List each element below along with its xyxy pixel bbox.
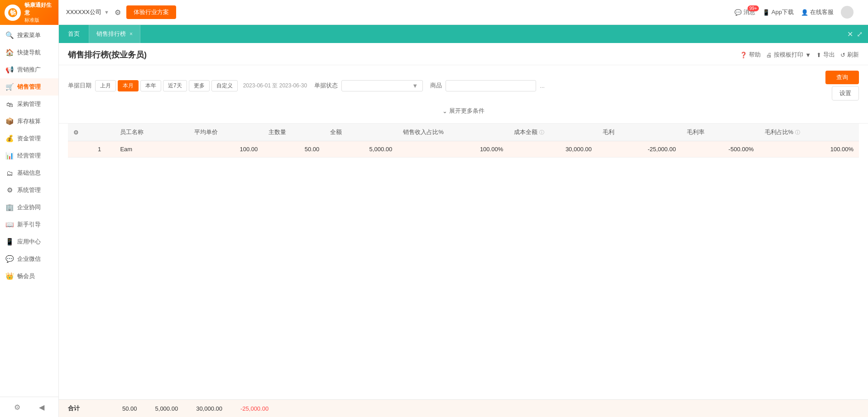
- th-gross: 毛利: [597, 124, 681, 141]
- sidebar-item-purchase[interactable]: 🛍 采购管理: [0, 96, 58, 113]
- goods-filter-group: 商品 ...: [430, 80, 545, 91]
- help-button[interactable]: ❓ 帮助: [740, 51, 761, 59]
- page-header-actions: ❓ 帮助 🖨 按模板打印 ▼ ⬆ 导出 ↺ 刷新: [740, 51, 859, 59]
- query-button[interactable]: 查询: [825, 71, 859, 84]
- member-label: 畅会员: [17, 272, 35, 280]
- sidebar-item-quick-nav[interactable]: 🏠 快捷导航: [0, 44, 58, 61]
- app-label: App下载: [772, 8, 794, 16]
- tab-close-window-icon[interactable]: ✕: [847, 30, 853, 38]
- date-btn-上月[interactable]: 上月: [95, 80, 116, 91]
- sidebar-item-sales[interactable]: 🛒 销售管理: [0, 78, 58, 96]
- app-icon: 📱: [762, 9, 770, 16]
- sidebar-item-inventory[interactable]: 📦 库存核算: [0, 113, 58, 130]
- td-rank: 1: [84, 141, 115, 158]
- sidebar-item-finance[interactable]: 💰 资金管理: [0, 130, 58, 147]
- quick-nav-label: 快捷导航: [17, 48, 41, 57]
- search-icon: 🔍: [5, 31, 14, 39]
- system-icon: ⚙: [5, 186, 14, 194]
- tab-restore-icon[interactable]: ⤢: [857, 30, 863, 38]
- logo-sub: 标准版: [24, 17, 54, 24]
- sales-label: 销售管理: [17, 83, 41, 91]
- gross-pct-info-icon: ⓘ: [795, 129, 800, 135]
- trial-button[interactable]: 体验行业方案: [126, 5, 176, 19]
- th-rank: [84, 124, 115, 141]
- avatar[interactable]: [841, 6, 854, 19]
- td-gross-rate: -500.00%: [681, 141, 759, 158]
- tab-close-icon[interactable]: ×: [129, 31, 133, 37]
- print-button[interactable]: 🖨 按模板打印 ▼: [766, 51, 811, 59]
- sidebar-item-search[interactable]: 🔍 搜索菜单: [0, 27, 58, 44]
- sidebar-item-basic[interactable]: 🗂 基础信息: [0, 164, 58, 182]
- date-btn-更多[interactable]: 更多: [189, 80, 210, 91]
- sidebar-item-enterprise[interactable]: 🏢 企业协同: [0, 199, 58, 216]
- main-area: XXXXXX公司 ▼ ⚙ 体验行业方案 💬 消息 99+ 📱 App下载 👤 在…: [59, 0, 868, 417]
- export-button[interactable]: ⬆ 导出: [816, 51, 835, 59]
- tab-home[interactable]: 首页: [59, 25, 89, 43]
- td-qty: 50.00: [263, 141, 325, 158]
- date-btn-本年[interactable]: 本年: [140, 80, 161, 91]
- help-icon: ❓: [740, 52, 747, 58]
- footer-amount: 5,000.00: [155, 405, 178, 412]
- expand-more-btn[interactable]: ⌄ 展开更多条件: [68, 104, 859, 118]
- settings-button[interactable]: 设置: [832, 86, 859, 101]
- status-select[interactable]: ▼: [341, 80, 423, 91]
- th-qty: 主数量: [263, 124, 325, 141]
- sidebar-item-member[interactable]: 👑 畅会员: [0, 268, 58, 285]
- tab-sales-ranking[interactable]: 销售排行榜 ×: [89, 25, 140, 43]
- company-selector[interactable]: XXXXXX公司 ▼: [66, 8, 109, 16]
- sidebar-menu: 🔍 搜索菜单 🏠 快捷导航 📢 营销推广 🛒 销售管理 🛍 采购管理 📦 库存核…: [0, 25, 58, 397]
- basic-label: 基础信息: [17, 169, 41, 177]
- table-header-row: ⚙ 员工名称 平均单价 主数量 全额 销售收入占比% 成本全额 ⓘ: [68, 124, 859, 141]
- date-btn-近7天[interactable]: 近7天: [163, 80, 187, 91]
- purchase-label: 采购管理: [17, 100, 41, 108]
- goods-more-btn[interactable]: ...: [540, 82, 545, 89]
- guide-icon: 📖: [5, 220, 14, 229]
- sidebar-collapse-button[interactable]: ◀: [37, 401, 46, 413]
- sidebar-item-guide[interactable]: 📖 新手引导: [0, 216, 58, 233]
- message-button[interactable]: 💬 消息 99+: [734, 8, 755, 16]
- sidebar-item-marketing[interactable]: 📢 营销推广: [0, 61, 58, 78]
- app-download-button[interactable]: 📱 App下载: [762, 8, 794, 16]
- table-row: 1 Eam 100.00 50.00 5,000.00 100.00% 30,0…: [68, 141, 859, 158]
- status-filter-group: 单据状态 ▼: [314, 80, 423, 91]
- sidebar-logo: 畅 畅康通好生意 标准版: [0, 0, 58, 25]
- sidebar-item-wechat[interactable]: 💬 企业微信: [0, 250, 58, 268]
- sidebar-item-apps[interactable]: 📱 应用中心: [0, 233, 58, 250]
- refresh-button[interactable]: ↺ 刷新: [840, 51, 859, 59]
- topbar-settings-icon[interactable]: ⚙: [115, 8, 121, 17]
- print-dropdown-arrow[interactable]: ▼: [805, 52, 811, 58]
- online-service-button[interactable]: 👤 在线客服: [801, 8, 834, 16]
- action-btns: 查询 设置: [825, 71, 859, 101]
- filter-row-1: 单据日期 上月本月本年近7天更多自定义 2023-06-01 至 2023-06…: [68, 71, 859, 101]
- sidebar-footer: ⚙ ◀: [0, 397, 58, 417]
- data-table: ⚙ 员工名称 平均单价 主数量 全额 销售收入占比% 成本全额 ⓘ: [68, 124, 859, 158]
- sidebar-item-system[interactable]: ⚙ 系统管理: [0, 182, 58, 199]
- th-cost: 成本全额 ⓘ: [508, 124, 597, 141]
- topbar-right: 💬 消息 99+ 📱 App下载 👤 在线客服: [734, 6, 861, 19]
- td-settings: [68, 141, 84, 158]
- th-sales-pct: 销售收入占比%: [398, 124, 508, 141]
- message-icon: 💬: [734, 9, 742, 16]
- th-avg-price: 平均单价: [189, 124, 263, 141]
- page-header: 销售排行榜(按业务员) ❓ 帮助 🖨 按模板打印 ▼ ⬆ 导出: [59, 43, 868, 65]
- filter-area: 单据日期 上月本月本年近7天更多自定义 2023-06-01 至 2023-06…: [59, 65, 868, 124]
- sidebar-item-operations[interactable]: 📊 经营管理: [0, 147, 58, 164]
- marketing-label: 营销推广: [17, 66, 41, 74]
- date-range-display: 2023-06-01 至 2023-06-30: [243, 82, 307, 90]
- content-area: 销售排行榜(按业务员) ❓ 帮助 🖨 按模板打印 ▼ ⬆ 导出: [59, 43, 868, 417]
- date-btn-自定义[interactable]: 自定义: [211, 80, 238, 91]
- col-settings-icon[interactable]: ⚙: [73, 129, 79, 136]
- date-btn-本月[interactable]: 本月: [118, 80, 139, 91]
- th-settings: ⚙: [68, 124, 84, 141]
- export-label: 导出: [823, 51, 835, 59]
- sidebar-settings-button[interactable]: ⚙: [12, 401, 22, 413]
- finance-label: 资金管理: [17, 134, 41, 143]
- topbar: XXXXXX公司 ▼ ⚙ 体验行业方案 💬 消息 99+ 📱 App下载 👤 在…: [59, 0, 868, 25]
- td-sales-pct: 100.00%: [398, 141, 508, 158]
- wechat-icon: 💬: [5, 255, 14, 263]
- operations-label: 经营管理: [17, 152, 41, 160]
- quick-nav-icon: 🏠: [5, 48, 14, 57]
- goods-input[interactable]: [446, 80, 536, 91]
- cost-info-icon: ⓘ: [539, 129, 544, 135]
- td-gross: -25,000.00: [597, 141, 681, 158]
